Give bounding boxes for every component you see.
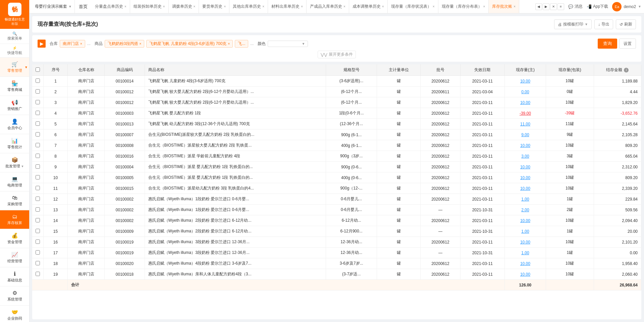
cell-check[interactable] (32, 129, 44, 140)
cell-check[interactable] (32, 140, 44, 151)
cell-check[interactable] (32, 76, 44, 87)
row-checkbox[interactable] (36, 143, 40, 147)
select-all-checkbox[interactable] (36, 67, 40, 72)
refresh-button[interactable]: ↺ 刷新 (616, 19, 636, 29)
cell-stock-main[interactable]: 10.00 (504, 269, 546, 280)
home-tab[interactable]: 首页 (75, 0, 92, 13)
warehouse-more[interactable]: ... (87, 41, 91, 46)
expand-button[interactable]: ⋁⋁ 展开更多条件 (318, 51, 356, 58)
row-checkbox[interactable] (36, 261, 40, 265)
account-selector[interactable]: 母婴行业演示账套 ▼ (32, 0, 75, 13)
cell-check[interactable] (32, 248, 44, 258)
close-icon[interactable]: × (343, 5, 345, 8)
row-checkbox[interactable] (36, 239, 40, 244)
close-icon[interactable]: × (483, 5, 485, 8)
row-checkbox[interactable] (36, 111, 40, 115)
nav-next-icon[interactable]: ▶ (543, 3, 549, 10)
row-checkbox[interactable] (36, 229, 40, 233)
tab-qitachuku[interactable]: 其他出库单历史 × (229, 0, 268, 13)
product2-remove-icon[interactable]: × (228, 42, 230, 46)
sidebar-item-wholesale[interactable]: 📦 批发管理 ▼ (0, 153, 29, 172)
cell-check[interactable] (32, 226, 44, 237)
set-button[interactable]: 设置 (619, 39, 636, 49)
close-icon[interactable]: × (262, 5, 264, 8)
product-tag2[interactable]: 飞鹤星飞帆 儿童奶粉 4段(3-6岁适用) 700克 × (146, 40, 233, 48)
tab-yaohuo[interactable]: 要货单历史 × (199, 0, 229, 13)
cell-stock-main[interactable]: 10.00 (504, 237, 546, 248)
cell-stock-main[interactable]: 11.00 (504, 119, 546, 129)
sidebar-item-finance[interactable]: 💰 资金管理 (0, 229, 29, 248)
cell-stock-main[interactable]: 10.00 (504, 258, 546, 269)
close-icon[interactable]: × (382, 5, 384, 8)
cell-stock-main[interactable]: -39.00 (504, 108, 546, 119)
cell-stock-main[interactable]: 1.00 (504, 194, 546, 205)
sidebar-item-basic[interactable]: ℹ 基础信息 (0, 267, 29, 286)
cell-stock-main[interactable]: 2.00 (504, 205, 546, 215)
sidebar-item-inventory[interactable]: 🗂 库存核算 (0, 210, 29, 229)
cell-check[interactable] (32, 87, 44, 97)
nav-prev-icon[interactable]: ◀ (535, 3, 542, 10)
cell-check[interactable] (32, 151, 44, 162)
nav-more-icon[interactable]: ≡ (557, 3, 564, 10)
app-download-btn[interactable]: 📲 App下载 (587, 4, 608, 9)
message-btn[interactable]: 💬 消息 (568, 4, 583, 9)
row-checkbox[interactable] (36, 154, 40, 158)
tab-chanchengruqiaohistory[interactable]: 产成品入库单历史 × (307, 0, 349, 13)
row-checkbox[interactable] (36, 207, 40, 212)
cell-stock-main[interactable]: 1.00 (504, 248, 546, 258)
tab-fenliangpandian[interactable]: 分量盘点单历史 × (92, 0, 130, 13)
nav-close-icon[interactable]: ✕ (550, 3, 557, 10)
row-checkbox[interactable] (36, 100, 40, 104)
close-icon[interactable]: × (433, 5, 435, 8)
tab-chenbengtiaojie[interactable]: 成本调整单历史 × (349, 0, 388, 13)
tab-liaoliaochuku[interactable]: 材料出库单历史 × (268, 0, 307, 13)
sidebar-item-retail-stat[interactable]: 📊 零售统计 (0, 134, 29, 153)
cell-check[interactable] (32, 162, 44, 172)
cell-check[interactable] (32, 119, 44, 129)
cell-check[interactable] (32, 194, 44, 205)
sidebar-item-system[interactable]: ⚙ 系统管理 (0, 286, 29, 306)
cell-stock-main[interactable]: 10.00 (504, 215, 546, 226)
cell-check[interactable] (32, 183, 44, 194)
cell-check[interactable] (32, 108, 44, 119)
cell-stock-main[interactable]: 9.00 (504, 129, 546, 140)
product1-remove-icon[interactable]: × (140, 42, 142, 46)
sidebar-item-ecommerce[interactable]: 💻 电商管理 (0, 172, 29, 192)
cell-stock-main[interactable]: 0.00 (504, 87, 546, 97)
row-checkbox[interactable] (36, 132, 40, 137)
tab-diaobodanhistory[interactable]: 调拨单历史 × (169, 0, 199, 13)
cell-stock-main[interactable]: 10.00 (504, 162, 546, 172)
search-menu[interactable]: 🔍 搜索英单 (0, 29, 29, 44)
sidebar-item-corp[interactable]: 🤝 企业协同 (0, 306, 29, 322)
cell-stock-main[interactable]: 10.00 (504, 97, 546, 108)
cell-stock-main[interactable]: 10.00 (504, 76, 546, 87)
row-checkbox[interactable] (36, 272, 40, 276)
cell-check[interactable] (32, 205, 44, 215)
print-button[interactable]: 🖨 按模板打印 ▼ (554, 19, 592, 29)
export-button[interactable]: ↓ 导出 (594, 19, 613, 29)
sidebar-item-retail[interactable]: 🛒 零售管理 ▼ (0, 58, 29, 77)
tab-xiancunliang-dist[interactable]: 现存量（库存分布表） × (438, 0, 489, 13)
close-icon[interactable]: × (124, 5, 126, 8)
warehouse-tag[interactable]: 南岸门店 × (60, 40, 85, 48)
cell-check[interactable] (32, 237, 44, 248)
sidebar-item-marketing[interactable]: 📢 营销推广 (0, 96, 29, 115)
color-input[interactable]: ▼ (268, 41, 308, 47)
tab-kucunpicizang[interactable]: 库存批次账 × (489, 0, 519, 13)
row-checkbox[interactable] (36, 175, 40, 179)
close-icon[interactable]: × (224, 5, 226, 8)
row-checkbox[interactable] (36, 89, 40, 94)
close-icon[interactable]: × (194, 5, 196, 8)
sidebar-item-member[interactable]: 👤 会员中心 (0, 115, 29, 134)
row-checkbox[interactable] (36, 121, 40, 126)
tab-xiancunliang-status[interactable]: 现存量（库存状况表） × (388, 0, 438, 13)
cell-stock-main[interactable]: 1.00 (504, 226, 546, 237)
cell-check[interactable] (32, 269, 44, 280)
cell-check[interactable] (32, 172, 44, 183)
product-tag1[interactable]: 飞鹤奶粉3段丙搭 × (105, 40, 145, 48)
cell-check[interactable] (32, 97, 44, 108)
tab-zuzhuangchaijie[interactable]: 组装拆卸单历史 × (130, 0, 169, 13)
row-checkbox[interactable] (36, 186, 40, 190)
close-icon[interactable]: × (301, 5, 303, 8)
quick-nav[interactable]: ⚡ 快捷导航 (0, 44, 29, 58)
